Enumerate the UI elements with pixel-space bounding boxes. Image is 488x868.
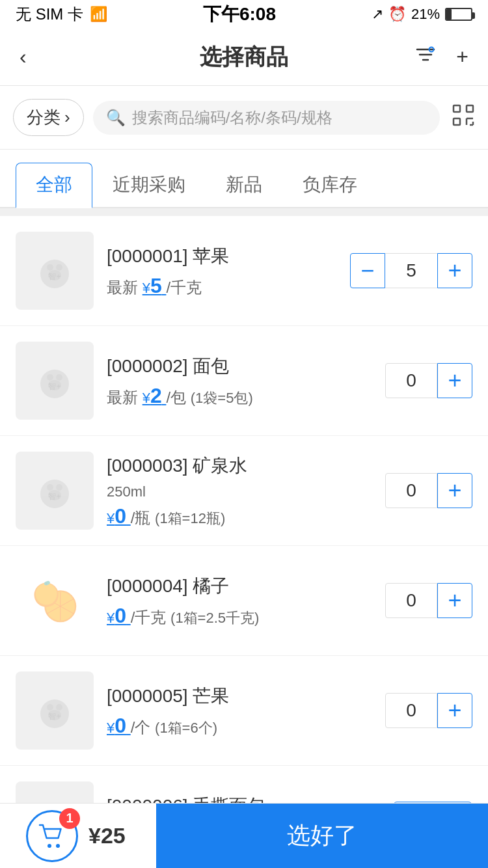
product-item: [0000004] 橘子 ¥0 /千克 (1箱=2.5千克) + — [0, 546, 488, 656]
product-quantity-control: + — [385, 583, 472, 618]
price-spec: (1箱=6个) — [155, 720, 217, 736]
price-unit: /瓶 — [131, 509, 151, 526]
cart-icon — [38, 824, 66, 848]
qty-input[interactable] — [385, 583, 437, 618]
price-label: 最新 — [107, 388, 142, 406]
increase-qty-button[interactable]: + — [437, 583, 472, 618]
price-value: ¥0 — [107, 509, 131, 526]
page-title: 选择商品 — [200, 42, 288, 72]
price-spec: (1袋=5包) — [191, 390, 253, 406]
product-info: [0000004] 橘子 ¥0 /千克 (1箱=2.5千克) — [107, 574, 372, 628]
product-thumbnail: 智+ — [16, 232, 94, 310]
svg-text:智+: 智+ — [48, 712, 61, 721]
back-button[interactable]: ‹ — [20, 45, 27, 69]
increase-qty-button[interactable]: + — [437, 253, 472, 288]
product-item: 智+ [0000005] 芒果 ¥0 /个 (1箱=6个) + — [0, 656, 488, 766]
tab-bar: 全部 近期采购 新品 负库存 — [0, 150, 488, 208]
price-label: 最新 — [107, 278, 142, 296]
product-info: [0000002] 面包 最新 ¥2 /包 (1袋=5包) — [107, 354, 372, 408]
product-name: [0000005] 芒果 — [107, 684, 372, 709]
status-bar: 无 SIM 卡 📶 下午6:08 ↗ ⏰ 21% — [0, 0, 488, 29]
filter-icon[interactable] — [414, 44, 437, 71]
price-value: ¥0 — [107, 718, 131, 736]
wifi-icon: 📶 — [90, 6, 107, 23]
product-info: [0000003] 矿泉水 250ml ¥0 /瓶 (1箱=12瓶) — [107, 454, 372, 528]
svg-point-37 — [56, 704, 62, 711]
tab-all[interactable]: 全部 — [16, 163, 92, 208]
default-product-icon: 智+ — [32, 468, 77, 513]
filter-bar: 分类 › 🔍 搜索商品编码/名称/条码/规格 — [0, 86, 488, 150]
status-left: 无 SIM 卡 📶 — [16, 4, 107, 25]
tab-negative[interactable]: 负库存 — [282, 163, 377, 207]
add-button[interactable]: + — [456, 45, 468, 69]
qty-input[interactable] — [385, 473, 437, 508]
svg-point-32 — [36, 584, 57, 605]
product-quantity-control: − + — [350, 253, 472, 288]
alarm-icon: ⏰ — [388, 6, 406, 23]
svg-point-45 — [47, 844, 51, 848]
nav-bar: ‹ 选择商品 + — [0, 29, 488, 86]
increase-qty-button[interactable]: + — [437, 473, 472, 508]
price-unit: /包 — [166, 388, 186, 406]
product-item: 智+ [0000001] 苹果 最新 ¥5 /千克 − + — [0, 216, 488, 326]
price-spec: (1箱=12瓶) — [155, 510, 225, 526]
battery-percent: 21% — [411, 6, 440, 23]
cart-total: ¥25 — [88, 823, 126, 848]
category-arrow: › — [64, 107, 70, 128]
svg-point-13 — [56, 264, 62, 271]
svg-point-18 — [56, 374, 62, 381]
product-name: [0000002] 面包 — [107, 354, 372, 379]
product-name: [0000001] 苹果 — [107, 244, 337, 269]
cart-badge: 1 — [59, 808, 80, 829]
tab-recent[interactable]: 近期采购 — [92, 163, 206, 207]
cart-area: 1 ¥25 — [0, 810, 156, 862]
svg-point-23 — [56, 484, 62, 491]
qty-input[interactable] — [385, 693, 437, 728]
product-item: 智+ [0000003] 矿泉水 250ml ¥0 /瓶 (1箱=12瓶) + — [0, 436, 488, 546]
price-unit: /千克 — [131, 608, 167, 626]
product-item: 智+ [0000002] 面包 最新 ¥2 /包 (1袋=5包) + — [0, 326, 488, 436]
price-value: ¥5 — [142, 278, 167, 296]
search-placeholder: 搜索商品编码/名称/条码/规格 — [132, 107, 332, 128]
category-button[interactable]: 分类 › — [13, 99, 84, 136]
svg-point-12 — [47, 264, 53, 271]
scan-icon[interactable] — [452, 103, 475, 132]
orange-image — [32, 578, 77, 623]
svg-text:智+: 智+ — [48, 492, 61, 501]
product-thumbnail: 智+ — [16, 342, 94, 420]
battery-icon — [445, 8, 472, 21]
decrease-qty-button[interactable]: − — [350, 253, 385, 288]
increase-qty-button[interactable]: + — [437, 363, 472, 398]
search-icon: 🔍 — [106, 109, 126, 127]
product-price: ¥0 /千克 (1箱=2.5千克) — [107, 604, 372, 628]
carrier-text: 无 SIM 卡 — [16, 4, 83, 25]
section-divider — [0, 208, 488, 216]
product-info: [0000001] 苹果 最新 ¥5 /千克 — [107, 244, 337, 298]
svg-point-22 — [47, 484, 53, 491]
tab-new[interactable]: 新品 — [206, 163, 282, 207]
increase-qty-button[interactable]: + — [437, 693, 472, 728]
status-time: 下午6:08 — [203, 2, 276, 27]
svg-rect-4 — [454, 105, 460, 112]
product-quantity-control: + — [385, 693, 472, 728]
product-thumbnail: 智+ — [16, 671, 94, 750]
price-value: ¥0 — [107, 608, 131, 626]
search-box[interactable]: 🔍 搜索商品编码/名称/条码/规格 — [93, 101, 440, 135]
qty-input[interactable] — [385, 363, 437, 398]
cart-button[interactable]: 1 — [26, 810, 78, 862]
product-quantity-control: + — [385, 363, 472, 398]
product-quantity-control: + — [385, 473, 472, 508]
qty-input[interactable] — [385, 253, 437, 288]
product-price: ¥0 /瓶 (1箱=12瓶) — [107, 504, 372, 528]
product-info: [0000005] 芒果 ¥0 /个 (1箱=6个) — [107, 684, 372, 738]
product-name: [0000004] 橘子 — [107, 574, 372, 599]
svg-point-46 — [56, 844, 60, 848]
bottom-bar: 1 ¥25 选好了 — [0, 803, 488, 868]
location-icon: ↗ — [372, 6, 383, 23]
confirm-button[interactable]: 选好了 — [156, 804, 488, 868]
svg-point-36 — [47, 704, 53, 711]
product-thumbnail — [16, 562, 94, 640]
price-spec: (1箱=2.5千克) — [170, 610, 259, 626]
svg-rect-6 — [454, 118, 460, 125]
product-price: 最新 ¥5 /千克 — [107, 274, 337, 298]
